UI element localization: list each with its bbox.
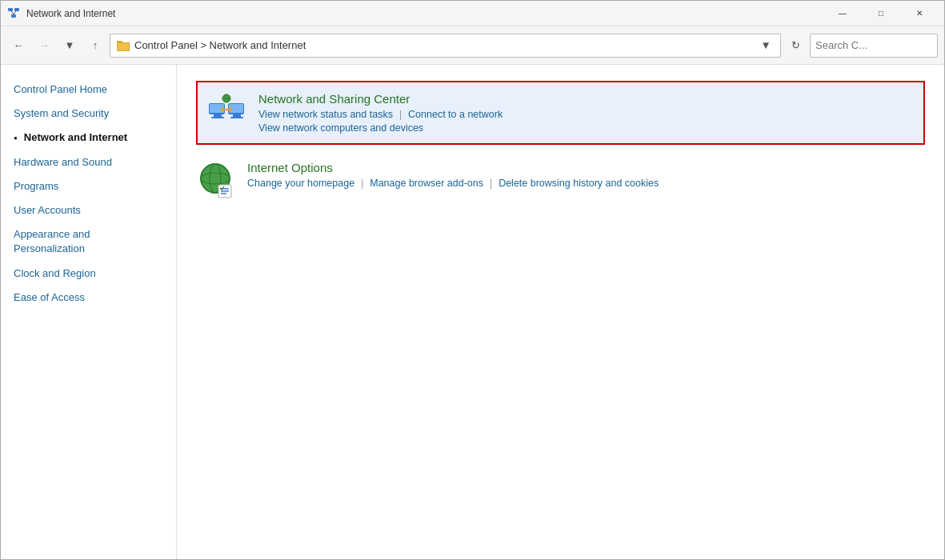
sidebar-label-hardware-sound: Hardware and Sound xyxy=(14,155,112,170)
sidebar-label-system-security: System and Security xyxy=(14,106,109,121)
close-button[interactable]: ✕ xyxy=(901,1,938,26)
address-path: Control Panel > Network and Internet xyxy=(134,39,753,51)
back-button[interactable]: ← xyxy=(7,34,30,57)
view-network-status-link[interactable]: View network status and tasks xyxy=(258,109,393,120)
main-window: Network and Internet — □ ✕ ← → ▼ ↑ Contr… xyxy=(0,0,945,560)
dropdown-button[interactable]: ▼ xyxy=(58,34,81,57)
internet-options-section: Internet Options Change your homepage | … xyxy=(196,161,925,199)
delete-history-link[interactable]: Delete browsing history and cookies xyxy=(499,178,659,189)
maximize-button[interactable]: □ xyxy=(863,1,899,26)
internet-options-icon xyxy=(196,161,234,199)
network-sharing-icon xyxy=(207,92,246,130)
refresh-button[interactable]: ↻ xyxy=(784,34,807,57)
sidebar-label-programs: Programs xyxy=(14,179,58,194)
sidebar-label-ease-access: Ease of Access xyxy=(14,290,85,305)
separator-2: | xyxy=(361,178,363,189)
sidebar-item-clock-region[interactable]: Clock and Region xyxy=(1,262,176,286)
main-panel: Network and Sharing Center View network … xyxy=(177,65,944,559)
sidebar-item-control-panel-home[interactable]: Control Panel Home xyxy=(1,78,176,102)
internet-options-title[interactable]: Internet Options xyxy=(247,161,925,174)
address-bar: ← → ▼ ↑ Control Panel > Network and Inte… xyxy=(1,26,944,65)
forward-button[interactable]: → xyxy=(33,34,55,57)
sidebar-label-clock-region: Clock and Region xyxy=(14,266,96,281)
sidebar-item-network-internet[interactable]: ● Network and Internet xyxy=(1,126,176,150)
network-sharing-center-section: Network and Sharing Center View network … xyxy=(196,81,925,145)
active-bullet: ● xyxy=(14,134,18,142)
sidebar-item-system-security[interactable]: System and Security xyxy=(1,102,176,126)
window-icon xyxy=(7,7,20,20)
separator-3: | xyxy=(490,178,492,189)
address-field[interactable]: Control Panel > Network and Internet ▼ xyxy=(110,34,781,58)
separator-1: | xyxy=(399,109,402,120)
sidebar-item-hardware-sound[interactable]: Hardware and Sound xyxy=(1,150,176,174)
up-button[interactable]: ↑ xyxy=(84,34,106,57)
internet-options-content: Internet Options Change your homepage | … xyxy=(247,161,925,189)
internet-options-links: Change your homepage | Manage browser ad… xyxy=(247,178,925,189)
content-area: Control Panel Home System and Security ●… xyxy=(1,65,944,559)
sidebar: Control Panel Home System and Security ●… xyxy=(1,65,177,559)
search-input[interactable] xyxy=(815,39,945,51)
minimize-button[interactable]: — xyxy=(824,1,861,26)
sidebar-label-network-internet: Network and Internet xyxy=(24,130,127,145)
view-computers-devices-link[interactable]: View network computers and devices xyxy=(258,122,423,134)
svg-rect-15 xyxy=(230,117,243,118)
title-bar-controls: — □ ✕ xyxy=(824,1,938,26)
search-box[interactable]: 🔍 xyxy=(810,34,938,58)
sidebar-label-control-panel-home: Control Panel Home xyxy=(14,82,107,97)
sidebar-item-programs[interactable]: Programs xyxy=(1,174,176,198)
svg-rect-7 xyxy=(118,43,129,50)
sidebar-item-user-accounts[interactable]: User Accounts xyxy=(1,198,176,222)
network-sharing-title[interactable]: Network and Sharing Center xyxy=(258,92,914,106)
title-bar-left: Network and Internet xyxy=(7,7,115,20)
svg-rect-11 xyxy=(211,117,224,118)
sidebar-label-appearance: Appearance and Personalization xyxy=(14,227,163,256)
address-dropdown-button[interactable]: ▼ xyxy=(758,34,774,57)
connect-to-network-link[interactable]: Connect to a network xyxy=(408,109,503,120)
change-homepage-link[interactable]: Change your homepage xyxy=(247,178,354,189)
window-title: Network and Internet xyxy=(26,8,115,19)
title-bar: Network and Internet — □ ✕ xyxy=(1,1,944,26)
manage-addons-link[interactable]: Manage browser add-ons xyxy=(370,178,483,189)
sidebar-item-appearance[interactable]: Appearance and Personalization xyxy=(1,222,176,261)
network-sharing-content: Network and Sharing Center View network … xyxy=(258,92,914,134)
sidebar-label-user-accounts: User Accounts xyxy=(14,203,81,218)
sidebar-item-ease-access[interactable]: Ease of Access xyxy=(1,286,176,310)
svg-rect-14 xyxy=(233,114,241,117)
network-sharing-links: View network status and tasks | Connect … xyxy=(258,109,914,120)
address-folder-icon xyxy=(117,39,130,52)
svg-rect-10 xyxy=(214,114,222,117)
svg-rect-2 xyxy=(11,14,16,18)
